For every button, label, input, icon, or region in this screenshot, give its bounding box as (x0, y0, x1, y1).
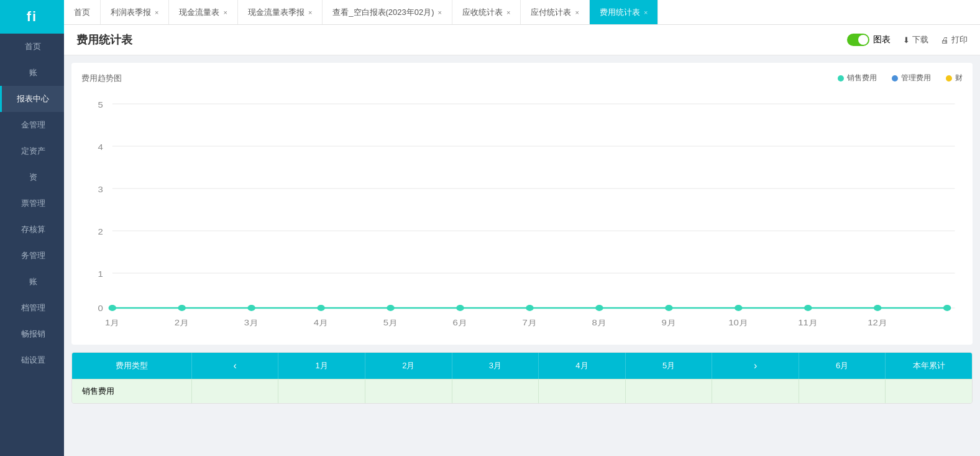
th-prev[interactable]: ‹ (192, 353, 279, 379)
tab-close-cashflow[interactable]: × (223, 9, 227, 16)
th-month5: 5月 (626, 353, 713, 379)
svg-point-13 (178, 305, 185, 311)
chart-toggle-label: 图表 (873, 34, 891, 45)
tab-cashflow-quarterly[interactable]: 现金流量表季报 × (238, 0, 323, 24)
td-ytd (886, 379, 972, 403)
svg-text:7月: 7月 (523, 319, 538, 327)
legend-admin: 管理费用 (892, 73, 931, 83)
tab-cashflow[interactable]: 现金流量表 × (169, 0, 237, 24)
sidebar-item-report[interactable]: 报表中心 (0, 86, 64, 112)
sidebar-item-capital[interactable]: 资 (0, 164, 64, 190)
legend-dot-finance (946, 75, 952, 81)
svg-point-14 (247, 305, 255, 311)
sidebar-item-finance[interactable]: 金管理 (0, 112, 64, 138)
sidebar-item-invoice[interactable]: 票管理 (0, 190, 64, 216)
sidebar-item-asset[interactable]: 定资产 (0, 138, 64, 164)
tab-profit-quarterly[interactable]: 利润表季报 × (101, 0, 169, 24)
th-next[interactable]: › (712, 353, 799, 379)
header-actions: 图表 ⬇ 下载 🖨 打印 (847, 34, 968, 46)
td-val1 (278, 379, 365, 403)
print-button[interactable]: 🖨 打印 (941, 34, 968, 45)
chart-legend: 销售费用 管理费用 财 (838, 73, 963, 83)
svg-text:4: 4 (98, 143, 104, 151)
tab-expense-stats[interactable]: 费用统计表 × (590, 0, 658, 24)
th-type: 费用类型 (72, 353, 192, 379)
sidebar-item-settings[interactable]: 础设置 (0, 347, 64, 373)
td-val4 (539, 379, 626, 403)
svg-point-15 (317, 305, 324, 311)
trend-chart: 5 4 3 2 1 0 (81, 90, 963, 333)
sidebar: fi 首页 账 报表中心 金管理 定资产 资 票管理 存核算 务管理 账 档管理… (0, 0, 64, 456)
tab-blank-report[interactable]: 查看_空白报表(2023年02月) × (323, 0, 452, 24)
td-type: 销售费用 (72, 379, 192, 403)
svg-text:4月: 4月 (314, 319, 329, 327)
tab-close-blank-report[interactable]: × (438, 9, 442, 16)
chart-title: 费用趋势图 (81, 73, 122, 84)
tab-home[interactable]: 首页 (64, 0, 101, 24)
page-header: 费用统计表 图表 ⬇ 下载 🖨 打印 (64, 25, 980, 55)
chart-container: 5 4 3 2 1 0 (81, 90, 963, 335)
td-val5 (626, 379, 713, 403)
legend-dot-admin (892, 75, 898, 81)
svg-text:6月: 6月 (453, 319, 468, 327)
td-empty-nav2 (712, 379, 799, 403)
svg-text:9月: 9月 (661, 319, 676, 327)
tab-close-expense-stats[interactable]: × (644, 9, 648, 16)
tab-receivable[interactable]: 应收统计表 × (452, 0, 521, 24)
svg-point-16 (387, 305, 394, 311)
svg-point-18 (526, 305, 533, 311)
th-month4: 4月 (539, 353, 626, 379)
svg-point-17 (456, 305, 464, 311)
svg-text:3月: 3月 (244, 319, 259, 327)
td-val6 (799, 379, 886, 403)
table-row: 销售费用 (72, 379, 972, 403)
page-title: 费用统计表 (76, 32, 132, 47)
sidebar-logo: fi (0, 0, 64, 34)
sidebar-item-ledger[interactable]: 账 (0, 269, 64, 295)
th-month2: 2月 (365, 353, 452, 379)
table-header: 费用类型 ‹ 1月 2月 3月 4月 5月 (72, 353, 972, 379)
svg-text:1月: 1月 (105, 319, 120, 327)
svg-text:12月: 12月 (868, 319, 887, 327)
chart-toggle[interactable] (847, 34, 869, 46)
tab-close-payable[interactable]: × (575, 9, 579, 16)
td-val3 (452, 379, 539, 403)
tab-payable[interactable]: 应付统计表 × (521, 0, 589, 24)
svg-point-21 (735, 305, 742, 311)
svg-point-19 (595, 305, 603, 311)
sidebar-item-tax[interactable]: 务管理 (0, 243, 64, 269)
tab-close-cashflow-quarterly[interactable]: × (308, 9, 312, 16)
svg-point-22 (804, 305, 812, 311)
legend-finance: 财 (946, 73, 963, 83)
content-area: 费用统计表 图表 ⬇ 下载 🖨 打印 费用趋势图 (64, 25, 980, 456)
tab-close-receivable[interactable]: × (506, 9, 510, 16)
sidebar-item-account[interactable]: 账 (0, 60, 64, 86)
download-button[interactable]: ⬇ 下载 (903, 34, 928, 45)
chart-section: 费用趋势图 销售费用 管理费用 财 (71, 63, 973, 345)
th-month3: 3月 (452, 353, 539, 379)
sidebar-item-home[interactable]: 首页 (0, 34, 64, 60)
tab-close-profit-quarterly[interactable]: × (155, 9, 158, 16)
svg-text:3: 3 (98, 185, 103, 193)
next-arrow[interactable]: › (751, 360, 759, 371)
td-empty-nav (192, 379, 279, 403)
sidebar-item-inventory[interactable]: 存核算 (0, 216, 64, 243)
td-val2 (365, 379, 452, 403)
tab-bar: 首页 利润表季报 × 现金流量表 × 现金流量表季报 × 查看_空白报表(202… (64, 0, 980, 25)
prev-arrow[interactable]: ‹ (231, 360, 239, 371)
svg-point-12 (109, 305, 116, 311)
svg-text:1: 1 (98, 270, 103, 278)
legend-dot-sales (838, 75, 844, 81)
svg-point-24 (943, 305, 951, 311)
sidebar-item-expense[interactable]: 畅报销 (0, 321, 64, 347)
download-icon: ⬇ (903, 35, 910, 45)
svg-text:2: 2 (98, 228, 103, 236)
svg-text:2月: 2月 (175, 319, 190, 327)
svg-point-23 (874, 305, 881, 311)
svg-text:5月: 5月 (383, 319, 398, 327)
sidebar-item-archive[interactable]: 档管理 (0, 295, 64, 321)
svg-point-20 (665, 305, 672, 311)
th-month6: 6月 (799, 353, 886, 379)
chart-toggle-wrap: 图表 (847, 34, 891, 46)
data-table: 费用类型 ‹ 1月 2月 3月 4月 5月 (71, 352, 973, 404)
